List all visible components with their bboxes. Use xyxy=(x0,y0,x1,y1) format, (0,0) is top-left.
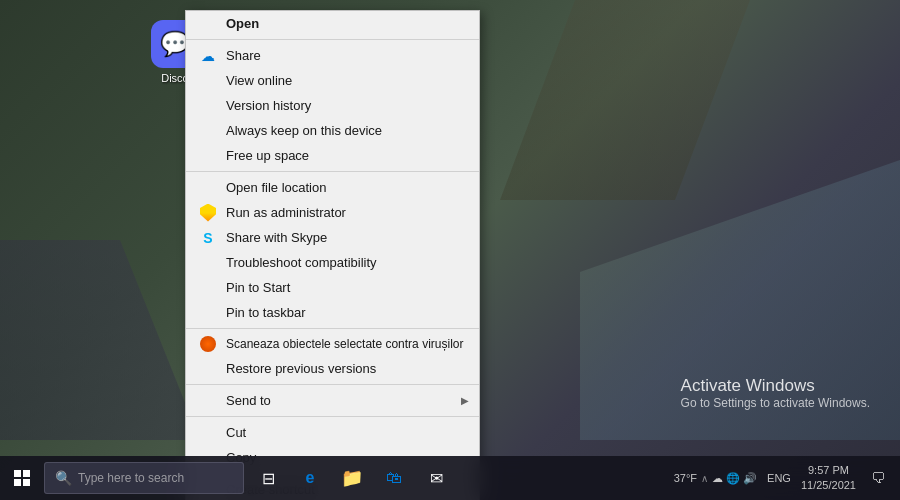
skype-icon: S xyxy=(198,228,218,248)
menu-item-view-online[interactable]: View online xyxy=(186,68,479,93)
activate-windows-title: Activate Windows xyxy=(681,376,870,396)
menu-item-cut[interactable]: Cut xyxy=(186,420,479,445)
avast-icon xyxy=(198,334,218,354)
menu-item-always-keep[interactable]: Always keep on this device xyxy=(186,118,479,143)
tray-date: 11/25/2021 xyxy=(801,478,856,493)
taskbar-explorer-button[interactable]: 📁 xyxy=(332,456,372,500)
start-button[interactable] xyxy=(0,456,44,500)
taskbar-search-bar[interactable]: 🔍 Type here to search xyxy=(44,462,244,494)
onedrive-icon: ☁ xyxy=(198,46,218,66)
taskbar-mail-button[interactable]: ✉ xyxy=(416,456,456,500)
tray-clock[interactable]: 9:57 PM 11/25/2021 xyxy=(797,463,860,494)
windows-logo-icon xyxy=(14,470,30,486)
tray-cloud-icon: ☁ xyxy=(712,472,723,485)
menu-item-open[interactable]: Open xyxy=(186,11,479,36)
menu-item-troubleshoot[interactable]: Troubleshoot compatibility xyxy=(186,250,479,275)
tray-chevron-icon[interactable]: ∧ xyxy=(701,473,708,484)
taskbar-pinned-apps: ⊟ e 📁 🛍 ✉ xyxy=(248,456,456,500)
menu-item-run-as-admin[interactable]: Run as administrator xyxy=(186,200,479,225)
notification-icon: 🗨 xyxy=(871,470,885,486)
menu-item-pin-start[interactable]: Pin to Start xyxy=(186,275,479,300)
submenu-arrow-icon: ▶ xyxy=(461,395,469,406)
bg-decoration-2 xyxy=(500,0,750,200)
taskbar-store-button[interactable]: 🛍 xyxy=(374,456,414,500)
tray-temperature: 37°F xyxy=(674,472,697,484)
tray-speaker-icon: 🔊 xyxy=(743,472,757,485)
tray-notification-icons: ☁ 🌐 🔊 xyxy=(712,472,757,485)
menu-separator-4 xyxy=(186,384,479,385)
taskbar-task-view-button[interactable]: ⊟ xyxy=(248,456,288,500)
menu-item-share-skype[interactable]: S Share with Skype xyxy=(186,225,479,250)
menu-separator-1 xyxy=(186,39,479,40)
desktop: 💬 Disco Open ☁ Share View online Version… xyxy=(0,0,900,500)
activate-windows-watermark: Activate Windows Go to Settings to activ… xyxy=(681,376,870,410)
menu-item-pin-taskbar[interactable]: Pin to taskbar xyxy=(186,300,479,325)
menu-item-free-up-space[interactable]: Free up space xyxy=(186,143,479,168)
taskbar-search-placeholder: Type here to search xyxy=(78,471,184,485)
menu-item-version-history[interactable]: Version history xyxy=(186,93,479,118)
menu-item-scan-avast[interactable]: Scaneaza obiectele selectate contra viru… xyxy=(186,332,479,356)
tray-network-icon: 🌐 xyxy=(726,472,740,485)
tray-language: ENG xyxy=(767,472,791,484)
menu-item-send-to[interactable]: Send to ▶ xyxy=(186,388,479,413)
search-icon: 🔍 xyxy=(55,470,72,486)
menu-item-share[interactable]: ☁ Share xyxy=(186,43,479,68)
context-menu: Open ☁ Share View online Version history… xyxy=(185,10,480,500)
taskbar: 🔍 Type here to search ⊟ e 📁 🛍 ✉ 37°F ∧ ☁… xyxy=(0,456,900,500)
taskbar-edge-button[interactable]: e xyxy=(290,456,330,500)
uac-shield-icon xyxy=(198,203,218,223)
menu-item-open-file-location[interactable]: Open file location xyxy=(186,175,479,200)
menu-separator-5 xyxy=(186,416,479,417)
system-tray: 37°F ∧ ☁ 🌐 🔊 ENG 9:57 PM 11/25/2021 🗨 xyxy=(674,456,900,500)
notification-center-button[interactable]: 🗨 xyxy=(864,456,892,500)
activate-windows-subtitle: Go to Settings to activate Windows. xyxy=(681,396,870,410)
tray-time: 9:57 PM xyxy=(808,463,849,478)
menu-separator-2 xyxy=(186,171,479,172)
menu-separator-3 xyxy=(186,328,479,329)
menu-item-restore-versions[interactable]: Restore previous versions xyxy=(186,356,479,381)
bg-decoration-3 xyxy=(0,240,200,440)
